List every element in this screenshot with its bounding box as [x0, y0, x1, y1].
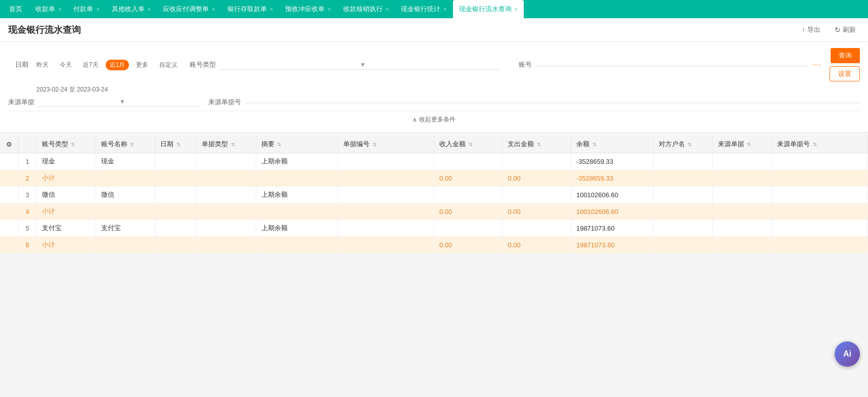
nav-tab-7[interactable]: 现金银行统计 ×	[395, 0, 452, 18]
table-cell	[502, 153, 571, 170]
table-cell	[434, 220, 502, 237]
nav-home[interactable]: 首页	[2, 0, 29, 18]
table-row: 2小计0.000.00-3528659.33	[0, 170, 868, 187]
close-icon[interactable]: ×	[270, 6, 273, 12]
date-opt-more[interactable]: 更多	[132, 60, 152, 70]
nav-tab-1[interactable]: 付款单 ×	[67, 0, 105, 18]
th-doc-type[interactable]: 单据类型 ⇅	[197, 136, 256, 153]
account-type-select[interactable]: ▼	[220, 60, 499, 70]
table-cell: 1	[18, 153, 36, 170]
th-gear[interactable]: ⚙	[0, 136, 18, 153]
th-counterparty[interactable]: 对方户名 ⇅	[653, 136, 712, 153]
account-ellipsis-button[interactable]: ···	[812, 60, 821, 69]
table-cell	[256, 237, 338, 253]
nav-tab-6[interactable]: 收款核销执行 ×	[337, 0, 395, 18]
sort-icon: ⇅	[747, 142, 751, 147]
sort-icon: ⇅	[176, 142, 180, 147]
table-cell: 支付宝	[96, 220, 155, 237]
table-cell	[155, 187, 197, 203]
table-cell	[155, 237, 197, 253]
nav-tab-5[interactable]: 预收冲应收单 ×	[279, 0, 337, 18]
query-button[interactable]: 查询	[831, 48, 860, 63]
table-row: 5支付宝支付宝上期余额19871073.60	[0, 220, 868, 237]
close-icon[interactable]: ×	[96, 6, 99, 12]
close-icon[interactable]: ×	[443, 6, 446, 12]
table-cell	[0, 220, 18, 237]
table-body: 1现金现金上期余额-3528659.332小计0.000.00-3528659.…	[0, 153, 868, 253]
filter-area: 日期 昨天 今天 近7天 近1月 更多 自定义 账号类型 ▼ 账号	[0, 42, 868, 133]
table-cell	[434, 187, 502, 203]
account-input[interactable]	[536, 64, 807, 66]
sort-icon: ⇅	[537, 142, 541, 147]
table-cell: 上期余额	[256, 187, 338, 203]
nav-tab-8[interactable]: 现金银行流水查询 ×	[453, 0, 524, 18]
th-source-doc[interactable]: 来源单据 ⇅	[712, 136, 771, 153]
table-cell	[653, 203, 712, 220]
close-icon[interactable]: ×	[148, 6, 151, 12]
table-row: 3微信微信上期余额100102606.60	[0, 187, 868, 203]
table-cell	[772, 237, 868, 253]
table-container: ⚙ 账号类型 ⇅ 账号名称 ⇅ 日期 ⇅ 单据类型 ⇅	[0, 136, 868, 253]
table-cell	[772, 170, 868, 187]
table-cell: 100102606.60	[571, 203, 653, 220]
table-cell	[197, 187, 256, 203]
table-header-row: ⚙ 账号类型 ⇅ 账号名称 ⇅ 日期 ⇅ 单据类型 ⇅	[0, 136, 868, 153]
collapse-button[interactable]: ∧ 收起更多条件	[410, 113, 458, 126]
date-opt-yesterday[interactable]: 昨天	[32, 60, 53, 70]
nav-tab-0[interactable]: 收款单 ×	[29, 0, 67, 18]
collapse-row: ∧ 收起更多条件	[8, 111, 860, 128]
sort-icon: ⇅	[231, 142, 235, 147]
table-cell	[772, 220, 868, 237]
close-icon[interactable]: ×	[515, 6, 518, 12]
close-icon[interactable]: ×	[212, 6, 215, 12]
filter-row-2: 来源单据 ▼ 来源单据号	[8, 97, 860, 107]
table-cell	[653, 153, 712, 170]
source-doc-label: 来源单据	[8, 98, 34, 107]
date-opt-1month[interactable]: 近1月	[106, 60, 129, 70]
table-cell	[0, 187, 18, 203]
sort-icon: ⇅	[277, 142, 281, 147]
table-cell	[502, 220, 571, 237]
table-cell: 小计	[36, 237, 96, 253]
th-source-doc-num[interactable]: 来源单据号 ⇅	[772, 136, 868, 153]
th-summary[interactable]: 摘要 ⇅	[256, 136, 338, 153]
table-cell	[772, 203, 868, 220]
table-cell: 小计	[36, 203, 96, 220]
th-date[interactable]: 日期 ⇅	[155, 136, 197, 153]
table-cell	[0, 153, 18, 170]
table-cell	[653, 237, 712, 253]
source-doc-num-input[interactable]	[245, 101, 860, 103]
export-button[interactable]: ↑ 导出	[798, 23, 825, 36]
date-opt-today[interactable]: 今天	[56, 60, 76, 70]
settings-button[interactable]: 设置	[830, 66, 860, 81]
close-icon[interactable]: ×	[58, 6, 61, 12]
nav-tab-3[interactable]: 应收应付调整单 ×	[157, 0, 221, 18]
data-table: ⚙ 账号类型 ⇅ 账号名称 ⇅ 日期 ⇅ 单据类型 ⇅	[0, 136, 868, 253]
close-icon[interactable]: ×	[328, 6, 331, 12]
th-income[interactable]: 收入金额 ⇅	[434, 136, 502, 153]
table-cell	[197, 237, 256, 253]
date-opt-7days[interactable]: 近7天	[79, 60, 103, 70]
table-cell: 0.00	[434, 237, 502, 253]
table-cell: 0.00	[502, 170, 571, 187]
table-cell: 微信	[36, 187, 96, 203]
table-cell: 支付宝	[36, 220, 96, 237]
nav-tab-4[interactable]: 银行存取款单 ×	[221, 0, 279, 18]
table-cell	[197, 170, 256, 187]
th-doc-num[interactable]: 单据编号 ⇅	[338, 136, 434, 153]
refresh-button[interactable]: ↻ 刷新	[831, 23, 860, 36]
source-doc-select[interactable]: ▼	[38, 97, 200, 107]
close-icon[interactable]: ×	[386, 6, 389, 12]
action-buttons: 查询 设置	[830, 48, 860, 81]
table-cell	[712, 220, 771, 237]
nav-tab-2[interactable]: 其他收入单 ×	[106, 0, 157, 18]
th-account-type[interactable]: 账号类型 ⇅	[36, 136, 96, 153]
table-cell	[653, 187, 712, 203]
th-expense[interactable]: 支出金额 ⇅	[502, 136, 571, 153]
th-balance[interactable]: 余额 ⇅	[571, 136, 653, 153]
table-cell: 6	[18, 237, 36, 253]
date-opt-custom[interactable]: 自定义	[155, 60, 181, 70]
table-cell	[197, 153, 256, 170]
th-account-name[interactable]: 账号名称 ⇅	[96, 136, 155, 153]
collapse-icon: ∧	[413, 116, 417, 123]
